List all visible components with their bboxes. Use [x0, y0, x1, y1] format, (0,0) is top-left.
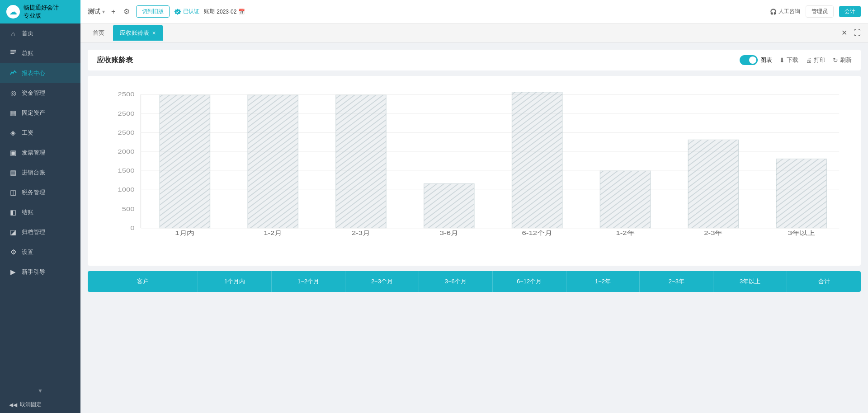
refresh-icon: ↻ — [833, 56, 838, 64]
col-1-2month: 1~2个月 — [272, 271, 345, 292]
sidebar-item-tax[interactable]: ◫ 税务管理 — [0, 183, 80, 202]
page-actions: 图表 ⬇ 下载 🖨 打印 ↻ 刷新 — [740, 55, 852, 65]
home-icon: ⌂ — [9, 30, 17, 38]
settings-button[interactable]: ⚙ — [122, 5, 132, 18]
svg-rect-0 — [10, 50, 16, 51]
print-button[interactable]: 🖨 打印 — [806, 56, 826, 64]
sidebar-item-label: 固定资产 — [22, 109, 45, 117]
sidebar-nav: ⌂ 首页 总账 报表中心 ◎ 资金管理 — [0, 23, 80, 386]
page-header: 应收账龄表 图表 ⬇ 下载 🖨 打印 ↻ — [88, 50, 861, 70]
scroll-down-indicator[interactable]: ▼ — [0, 386, 80, 396]
col-3year-plus: 3年以上 — [713, 271, 787, 292]
sidebar-item-assets[interactable]: ▦ 固定资产 — [0, 103, 80, 123]
role-button[interactable]: 会计 — [839, 6, 861, 17]
period-value: 2023-02 — [217, 9, 236, 15]
svg-text:1-2月: 1-2月 — [264, 230, 282, 236]
svg-text:2500: 2500 — [118, 91, 134, 98]
refresh-button[interactable]: ↻ 刷新 — [833, 56, 852, 64]
close-window-button[interactable]: ✕ — [840, 27, 849, 39]
sidebar-item-label: 报表中心 — [22, 69, 45, 77]
headset-icon: 🎧 — [770, 9, 777, 15]
col-1-2year: 1~2年 — [566, 271, 640, 292]
download-label: 下载 — [787, 56, 798, 64]
tab-aging[interactable]: 应收账龄表 ✕ — [113, 25, 163, 41]
tab-home[interactable]: 首页 — [86, 25, 111, 41]
maximize-window-button[interactable]: ⛶ — [852, 27, 863, 39]
page-container: 应收账龄表 图表 ⬇ 下载 🖨 打印 ↻ — [80, 42, 868, 413]
bar-2-3month — [336, 95, 386, 228]
sidebar-item-guide[interactable]: ▶ 新手引导 — [0, 262, 80, 282]
company-dropdown-arrow: ▾ — [102, 9, 105, 15]
col-1month: 1个月内 — [198, 271, 272, 292]
sidebar-item-label: 资金管理 — [22, 89, 45, 97]
sidebar-item-label: 结账 — [22, 208, 33, 216]
invoice-icon: ▣ — [9, 149, 17, 157]
bar-chart: 2500 2500 2500 2000 1500 1000 500 0 — [97, 85, 852, 257]
sidebar-item-label: 进销台账 — [22, 169, 45, 177]
sidebar-item-label: 税务管理 — [22, 188, 45, 197]
scroll-down-arrow: ▼ — [38, 388, 43, 394]
payroll-icon: ◈ — [9, 129, 17, 137]
period-display: 账期 2023-02 📅 — [204, 8, 245, 15]
service-button[interactable]: 🎧 人工咨询 — [770, 8, 800, 15]
sidebar-item-label: 发票管理 — [22, 149, 45, 157]
calendar-icon[interactable]: 📅 — [238, 9, 245, 15]
table-container: 客户 1个月内 1~2个月 2~3个月 3~6个月 6~12个月 1~2年 2~… — [88, 271, 861, 292]
sidebar-item-sales[interactable]: ▤ 进销台账 — [0, 163, 80, 183]
topbar: 测试 ▾ + ⚙ 切到旧版 已认证 账期 2023-02 📅 🎧 人工咨询 管理… — [80, 0, 868, 23]
svg-text:2000: 2000 — [118, 149, 134, 155]
bar-2-3year — [688, 140, 738, 228]
content-area: 应收账龄表 图表 ⬇ 下载 🖨 打印 ↻ — [80, 42, 868, 413]
svg-text:6-12个月: 6-12个月 — [522, 230, 552, 236]
cancel-fixed-label: 取消固定 — [20, 401, 42, 408]
svg-text:1-2年: 1-2年 — [616, 230, 634, 236]
sidebar-item-reports[interactable]: 报表中心 — [0, 63, 80, 83]
chart-toggle-label: 图表 — [760, 56, 772, 64]
sidebar-item-ledger[interactable]: 总账 — [0, 43, 80, 63]
sales-icon: ▤ — [9, 169, 17, 177]
svg-text:500: 500 — [122, 206, 135, 212]
svg-rect-2 — [10, 53, 14, 54]
switch-old-version-button[interactable]: 切到旧版 — [136, 5, 170, 18]
chart-container: 2500 2500 2500 2000 1500 1000 500 0 — [88, 76, 861, 266]
download-icon: ⬇ — [779, 56, 785, 64]
sidebar-item-invoice[interactable]: ▣ 发票管理 — [0, 143, 80, 163]
sidebar-item-payroll[interactable]: ◈ 工资 — [0, 123, 80, 143]
refresh-label: 刷新 — [840, 56, 852, 64]
bar-1month — [160, 95, 210, 228]
sidebar-logo: ☁ 畅捷通好会计 专业版 — [0, 0, 80, 23]
svg-text:2-3月: 2-3月 — [352, 230, 370, 236]
add-company-button[interactable]: + — [109, 6, 117, 18]
tab-home-label: 首页 — [93, 29, 104, 37]
user-button[interactable]: 管理员 — [806, 5, 834, 18]
settings-icon: ⚙ — [9, 248, 17, 256]
print-icon: 🖨 — [806, 56, 812, 64]
col-3-6month: 3~6个月 — [419, 271, 493, 292]
tab-close-icon[interactable]: ✕ — [152, 30, 156, 36]
sidebar-item-home[interactable]: ⌂ 首页 — [0, 23, 80, 43]
sidebar-item-capital[interactable]: ◎ 资金管理 — [0, 83, 80, 103]
print-label: 打印 — [814, 56, 826, 64]
page-title: 应收账龄表 — [97, 56, 133, 65]
col-customer: 客户 — [88, 271, 198, 292]
bar-1-2year — [600, 171, 650, 228]
logo-name: 畅捷通好会计 — [24, 4, 59, 12]
topbar-right: 🎧 人工咨询 管理员 会计 — [770, 5, 861, 18]
company-selector[interactable]: 测试 ▾ — [88, 8, 105, 16]
sidebar-item-label: 首页 — [22, 29, 33, 38]
col-total: 合计 — [787, 271, 861, 292]
chart-toggle[interactable] — [740, 55, 758, 65]
sidebar-item-settings[interactable]: ⚙ 设置 — [0, 242, 80, 262]
sidebar-item-closing[interactable]: ◧ 结账 — [0, 202, 80, 222]
tax-icon: ◫ — [9, 188, 17, 197]
cancel-fixed-btn[interactable]: ◀◀ 取消固定 — [0, 396, 80, 413]
svg-text:2500: 2500 — [118, 110, 134, 117]
col-2-3month: 2~3个月 — [345, 271, 419, 292]
service-label: 人工咨询 — [778, 8, 800, 15]
svg-text:2500: 2500 — [118, 130, 134, 136]
download-button[interactable]: ⬇ 下载 — [779, 56, 798, 64]
main-area: 测试 ▾ + ⚙ 切到旧版 已认证 账期 2023-02 📅 🎧 人工咨询 管理… — [80, 0, 868, 413]
sidebar-item-archive[interactable]: ◪ 归档管理 — [0, 222, 80, 242]
table-header: 客户 1个月内 1~2个月 2~3个月 3~6个月 6~12个月 1~2年 2~… — [88, 271, 861, 292]
chart-toggle-wrap: 图表 — [740, 55, 772, 65]
